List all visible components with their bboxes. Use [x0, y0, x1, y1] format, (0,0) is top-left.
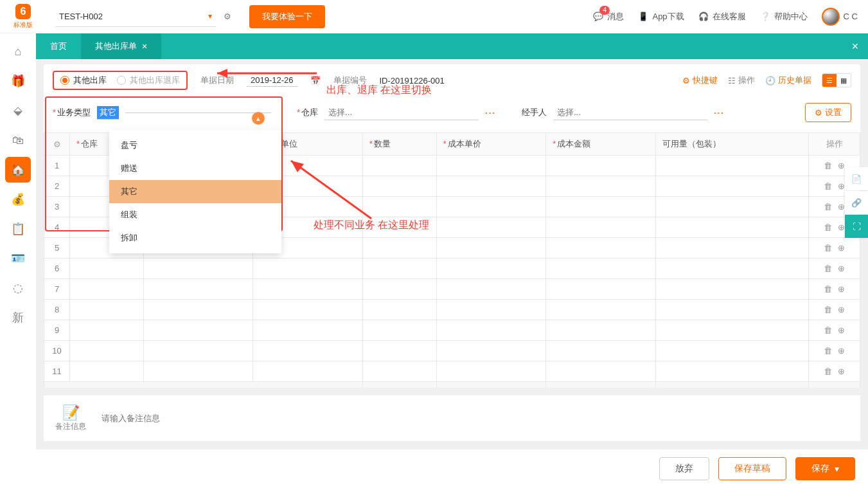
- operate-link[interactable]: ☷ 操作: [728, 75, 755, 86]
- sidebar-clipboard-icon[interactable]: 📋: [5, 216, 31, 242]
- trial-button[interactable]: 我要体验一下: [249, 5, 325, 28]
- shortcut-link[interactable]: ⚙ 快捷键: [682, 75, 718, 86]
- handler-input[interactable]: [553, 105, 707, 120]
- sidebar-home-icon[interactable]: ⌂: [5, 39, 31, 64]
- sidebar-warehouse-icon[interactable]: 🏠: [5, 157, 31, 183]
- delete-icon[interactable]: 🗑: [824, 264, 832, 273]
- radio-outbound[interactable]: 其他出库: [60, 75, 107, 86]
- row-ops: 🗑 ⊕: [809, 279, 860, 300]
- rail-expand-icon[interactable]: ⛶: [845, 215, 868, 238]
- delete-icon[interactable]: 🗑: [824, 305, 832, 314]
- save-draft-button[interactable]: 保存草稿: [718, 457, 786, 480]
- tab-home[interactable]: 首页: [36, 33, 81, 59]
- row-index: 9: [44, 320, 70, 341]
- row-index: 2: [44, 176, 70, 197]
- add-icon[interactable]: ⊕: [838, 305, 845, 314]
- chevron-down-icon: ▾: [835, 464, 839, 474]
- delete-icon[interactable]: 🗑: [824, 346, 832, 356]
- sidebar-gift-icon[interactable]: 🎁: [5, 68, 31, 94]
- remarks-icon: 📝 备注信息: [55, 404, 86, 432]
- close-icon[interactable]: ×: [142, 41, 147, 51]
- add-icon[interactable]: ⊕: [838, 366, 845, 376]
- help-center-link[interactable]: ❔ 帮助中心: [760, 11, 808, 23]
- dropdown-item[interactable]: 盘亏: [109, 134, 281, 157]
- biz-type-input[interactable]: 其它: [97, 106, 119, 120]
- add-icon[interactable]: ⊕: [838, 181, 845, 191]
- view-grid-icon[interactable]: ▦: [837, 74, 851, 87]
- dropdown-item[interactable]: 其它: [109, 180, 281, 203]
- delete-icon[interactable]: 🗑: [824, 243, 832, 253]
- add-icon[interactable]: ⊕: [838, 243, 845, 253]
- table-row[interactable]: 10 🗑 ⊕: [44, 341, 860, 361]
- gear-icon[interactable]: ⚙: [224, 12, 231, 21]
- dropdown-item[interactable]: 组装: [109, 203, 281, 226]
- close-all-icon[interactable]: ×: [842, 33, 868, 59]
- setting-button[interactable]: ⚙ 设置: [805, 103, 851, 122]
- discard-button[interactable]: 放弃: [659, 457, 709, 480]
- sidebar-bag-icon[interactable]: 🛍: [5, 127, 31, 153]
- warehouse-input[interactable]: [324, 105, 479, 120]
- add-icon[interactable]: ⊕: [838, 161, 845, 170]
- tab-current[interactable]: 其他出库单 ×: [81, 33, 161, 59]
- add-icon[interactable]: ⊕: [838, 222, 845, 232]
- biz-type-dropdown: 盘亏 赠送 其它 组装 拆卸: [109, 130, 281, 253]
- row-index: 5: [44, 238, 70, 258]
- gear-column-header[interactable]: ⚙: [44, 133, 70, 156]
- table-row[interactable]: 7 🗑 ⊕: [44, 279, 860, 300]
- table-row[interactable]: 6 🗑 ⊕: [44, 258, 860, 279]
- table-row[interactable]: 9 🗑 ⊕: [44, 320, 860, 341]
- radio-return[interactable]: 其他出库退库: [117, 75, 180, 86]
- sidebar-house-icon[interactable]: ⬙: [5, 98, 31, 123]
- add-icon[interactable]: ⊕: [838, 325, 845, 335]
- delete-icon[interactable]: 🗑: [824, 366, 832, 376]
- remarks-input[interactable]: [102, 413, 849, 423]
- view-list-icon[interactable]: ☰: [822, 74, 837, 87]
- delete-icon[interactable]: 🗑: [824, 222, 832, 232]
- logo[interactable]: 6 标准版: [10, 4, 36, 30]
- doc-date-input[interactable]: 2019-12-26: [247, 74, 297, 87]
- calendar-icon[interactable]: 📅: [310, 76, 321, 86]
- table-row[interactable]: 11 🗑 ⊕: [44, 361, 860, 382]
- sidebar-refresh-icon[interactable]: ◌: [5, 275, 31, 301]
- history-link[interactable]: 🕘 历史单据: [765, 75, 811, 86]
- row-ops: 🗑 ⊕: [809, 238, 860, 258]
- row-ops: 🗑 ⊕: [809, 341, 860, 361]
- online-cs-link[interactable]: 🎧 在线客服: [698, 11, 746, 23]
- app-download-link[interactable]: 📱 App下载: [638, 11, 684, 23]
- add-icon[interactable]: ⊕: [838, 202, 845, 212]
- sidebar-id-icon[interactable]: 🪪: [5, 246, 31, 271]
- logo-icon: 6: [15, 4, 31, 19]
- delete-icon[interactable]: 🗑: [824, 284, 832, 294]
- delete-icon[interactable]: 🗑: [824, 181, 832, 191]
- dropdown-item[interactable]: 拆卸: [109, 226, 281, 249]
- delete-icon[interactable]: 🗑: [824, 161, 832, 170]
- avatar: [822, 8, 840, 26]
- row-ops: 🗑 ⊕: [809, 361, 860, 382]
- table-row[interactable]: 8 🗑 ⊕: [44, 300, 860, 320]
- topbar-right: 💬 消息 4 📱 App下载 🎧 在线客服 ❔ 帮助中心 C C: [593, 8, 858, 26]
- warehouse-field: *仓库 ···: [297, 103, 496, 122]
- add-icon[interactable]: ⊕: [838, 264, 845, 273]
- delete-icon[interactable]: 🗑: [824, 202, 832, 212]
- messages-link[interactable]: 💬 消息 4: [593, 11, 624, 23]
- user-name: C C: [844, 12, 858, 21]
- add-icon[interactable]: ⊕: [838, 346, 845, 356]
- subtotal-label: 小计: [44, 382, 363, 388]
- rail-note-icon[interactable]: 📄: [845, 167, 868, 190]
- sidebar-new-icon[interactable]: 新: [5, 305, 31, 330]
- delete-icon[interactable]: 🗑: [824, 325, 832, 335]
- more-icon[interactable]: ···: [714, 108, 725, 118]
- rail-link-icon[interactable]: 🔗: [845, 191, 868, 214]
- more-icon[interactable]: ···: [485, 108, 496, 118]
- dropdown-item[interactable]: 赠送: [109, 157, 281, 180]
- org-selector[interactable]: TEST-H002 ▾: [55, 6, 216, 27]
- form-row: *业务类型 其它 ▴ 盘亏 赠送 其它 组装 拆卸 *仓库 ···: [44, 96, 860, 132]
- sidebar-money-icon[interactable]: 💰: [5, 186, 31, 212]
- chevron-up-icon[interactable]: ▴: [252, 112, 265, 125]
- biz-type-field: *业务类型 其它 ▴ 盘亏 赠送 其它 组装 拆卸: [53, 103, 271, 122]
- user-menu[interactable]: C C: [822, 8, 858, 26]
- save-button[interactable]: 保存 ▾: [795, 457, 855, 480]
- help-center-label: 帮助中心: [774, 11, 808, 23]
- add-icon[interactable]: ⊕: [838, 284, 845, 294]
- radio-return-label: 其他出库退库: [130, 75, 180, 86]
